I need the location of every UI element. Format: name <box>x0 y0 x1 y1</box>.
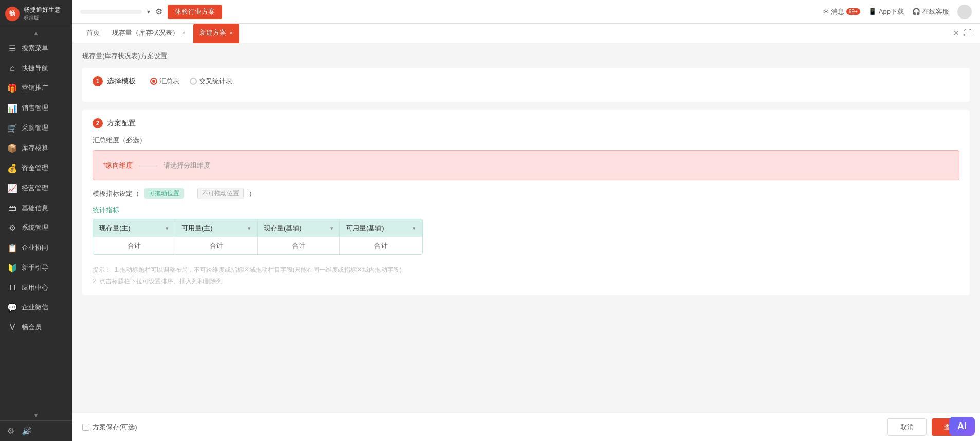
sidebar-item-label: 系统管理 <box>22 223 48 232</box>
stat-cell-2: 合计 <box>175 237 258 254</box>
sidebar-item-member[interactable]: V 畅会员 <box>0 318 72 337</box>
sidebar-item-label: 新手引导 <box>22 263 48 272</box>
step1-header: 1 选择模板 汇总表 交叉统计表 <box>93 76 959 86</box>
radio-cross-circle <box>190 78 197 85</box>
stat-col-4-label: 可用量(基辅) <box>346 224 384 233</box>
message-btn[interactable]: ✉ 消息 99+ <box>823 7 860 16</box>
dimension-label: 汇总维度（必选） <box>93 136 959 145</box>
stat-table-body: 合计 合计 合计 合计 <box>93 237 422 254</box>
tab-expand-icon[interactable]: ⛶ <box>964 29 972 38</box>
tab-inventory-label: 现存量（库存状况表） <box>112 28 179 38</box>
sidebar-item-finance[interactable]: 💰 资金管理 <box>0 158 72 178</box>
indicator-setting-label: 模板指标设定（ <box>93 189 139 198</box>
stat-cell-1: 合计 <box>93 237 175 254</box>
sidebar-item-marketing[interactable]: 🎁 营销推广 <box>0 78 72 98</box>
sidebar-item-inventory[interactable]: 📦 库存核算 <box>0 138 72 158</box>
stat-col-4-chevron[interactable]: ▾ <box>413 225 416 232</box>
sidebar-item-basic-info[interactable]: 🗃 基础信息 <box>0 198 72 218</box>
database-icon: 🗃 <box>7 204 17 213</box>
tab-close-icon[interactable]: ✕ <box>953 28 959 38</box>
sidebar-bottom: ⚙ 🔊 <box>0 420 72 441</box>
topbar-search-display <box>80 10 142 14</box>
sidebar-item-label: 营销推广 <box>22 83 48 93</box>
sidebar-item-newbie[interactable]: 🔰 新手引导 <box>0 258 72 278</box>
sidebar-item-sales[interactable]: 📊 销售管理 <box>0 98 72 118</box>
sidebar-item-label: 搜索菜单 <box>22 44 48 53</box>
cancel-button[interactable]: 取消 <box>887 418 927 436</box>
stat-col-1-chevron[interactable]: ▾ <box>166 225 169 232</box>
sidebar-item-label: 企业协同 <box>22 243 48 252</box>
newbie-icon: 🔰 <box>7 263 17 273</box>
step2-badge: 2 <box>93 118 103 128</box>
topbar-dropdown-icon[interactable]: ▾ <box>147 8 150 15</box>
app-download-btn[interactable]: 📱 App下载 <box>868 7 904 16</box>
settings-icon[interactable]: ⚙ <box>7 426 14 436</box>
sidebar-item-operations[interactable]: 📈 经营管理 <box>0 178 72 198</box>
step2-header: 2 方案配置 <box>93 118 959 128</box>
sidebar-item-search[interactable]: ☰ 搜索菜单 <box>0 39 72 59</box>
sidebar-item-label: 库存核算 <box>22 143 48 153</box>
topbar-right: ✉ 消息 99+ 📱 App下载 🎧 在线客服 <box>823 5 972 19</box>
search-menu-icon: ☰ <box>7 44 17 53</box>
sidebar-item-quick-nav[interactable]: ⌂ 快捷导航 <box>0 59 72 78</box>
tip1: 1.拖动标题栏可以调整布局，不可跨维度或指标区域拖动栏目字段(只能在同一维度或指… <box>115 266 402 273</box>
tab-home-label: 首页 <box>86 28 100 38</box>
sidebar-item-app-center[interactable]: 🖥 应用中心 <box>0 278 72 298</box>
sidebar-item-label: 资金管理 <box>22 163 48 173</box>
sidebar-item-label: 应用中心 <box>22 283 48 292</box>
sidebar-item-label: 快捷导航 <box>22 64 48 73</box>
tab-new-plan-close[interactable]: × <box>229 30 232 36</box>
stat-col-2-chevron[interactable]: ▾ <box>248 225 251 232</box>
sidebar-item-system[interactable]: ⚙ 系统管理 <box>0 218 72 238</box>
money-icon: 💰 <box>7 163 17 173</box>
non-draggable-tag: 不可拖动位置 <box>197 188 244 199</box>
radio-cross[interactable]: 交叉统计表 <box>190 77 232 86</box>
industry-btn[interactable]: 体验行业方案 <box>168 5 222 19</box>
tab-new-plan[interactable]: 新建方案 × <box>193 24 239 43</box>
tips: 提示： 1.拖动标题栏可以调整布局，不可跨维度或指标区域拖动栏目字段(只能在同一… <box>93 265 959 287</box>
sidebar-item-enterprise[interactable]: 📋 企业协同 <box>0 238 72 258</box>
stat-col-3-label: 现存量(基辅) <box>264 224 302 233</box>
sidebar: 畅 畅捷通好生意 标准版 ▲ ☰ 搜索菜单 ⌂ 快捷导航 🎁 营销推广 📊 销售… <box>0 0 72 441</box>
template-radio-group: 汇总表 交叉统计表 <box>150 77 232 86</box>
main-area: ▾ ⚙ 体验行业方案 ✉ 消息 99+ 📱 App下载 🎧 在线客服 首页 <box>72 0 980 441</box>
enterprise-icon: 📋 <box>7 243 17 253</box>
indicator-setting: 模板指标设定（ 可拖动位置 不可拖动位置 ） <box>93 188 959 199</box>
radio-summary[interactable]: 汇总表 <box>150 77 179 86</box>
stat-table: 现存量(主) ▾ 可用量(主) ▾ 现存量(基辅) ▾ 可用量(基辅) ▾ <box>93 219 423 255</box>
sidebar-item-purchase[interactable]: 🛒 采购管理 <box>0 118 72 138</box>
online-service-btn[interactable]: 🎧 在线客服 <box>912 7 949 16</box>
stat-col-3-chevron[interactable]: ▾ <box>330 225 333 232</box>
radio-summary-circle <box>150 78 157 85</box>
sidebar-item-wechat[interactable]: 💬 企业微信 <box>0 298 72 318</box>
user-avatar[interactable] <box>957 5 972 19</box>
headset-icon: 🎧 <box>912 8 920 15</box>
sidebar-nav: ☰ 搜索菜单 ⌂ 快捷导航 🎁 营销推广 📊 销售管理 🛒 采购管理 📦 库存核… <box>0 39 72 410</box>
topbar-gear-icon[interactable]: ⚙ <box>155 7 162 16</box>
save-checkbox[interactable] <box>82 424 89 431</box>
dimension-box[interactable]: *纵向维度 —— 请选择分组维度 <box>93 150 959 180</box>
member-icon: V <box>7 323 17 332</box>
sidebar-scroll-down[interactable]: ▼ <box>0 410 72 420</box>
topbar: ▾ ⚙ 体验行业方案 ✉ 消息 99+ 📱 App下载 🎧 在线客服 <box>72 0 980 24</box>
tab-inventory-close[interactable]: × <box>182 30 185 36</box>
ai-badge[interactable]: Ai <box>949 417 975 436</box>
step2-title: 方案配置 <box>107 119 136 128</box>
sidebar-item-label: 基础信息 <box>22 204 48 213</box>
tab-home[interactable]: 首页 <box>80 24 106 43</box>
radio-cross-label: 交叉统计表 <box>199 77 232 86</box>
online-service-label: 在线客服 <box>922 7 949 16</box>
indicator-separator <box>189 190 192 197</box>
stat-table-header: 现存量(主) ▾ 可用量(主) ▾ 现存量(基辅) ▾ 可用量(基辅) ▾ <box>93 219 422 237</box>
dim-placeholder: 请选择分组维度 <box>164 161 210 170</box>
operations-icon: 📈 <box>7 183 17 193</box>
tab-inventory[interactable]: 现存量（库存状况表） × <box>106 24 191 43</box>
save-option[interactable]: 方案保存(可选) <box>82 422 137 432</box>
page-title: 现存量(库存状况表)方案设置 <box>82 51 970 61</box>
sound-icon[interactable]: 🔊 <box>22 426 32 436</box>
stat-cell-4: 合计 <box>340 237 422 254</box>
bottom-bar: 方案保存(可选) 取消 查询 <box>72 413 980 441</box>
tip2: 2. 点击标题栏下拉可设置排序、插入列和删除列 <box>93 278 223 285</box>
stat-col-2-label: 可用量(主) <box>182 224 213 233</box>
sidebar-scroll-up[interactable]: ▲ <box>0 28 72 39</box>
